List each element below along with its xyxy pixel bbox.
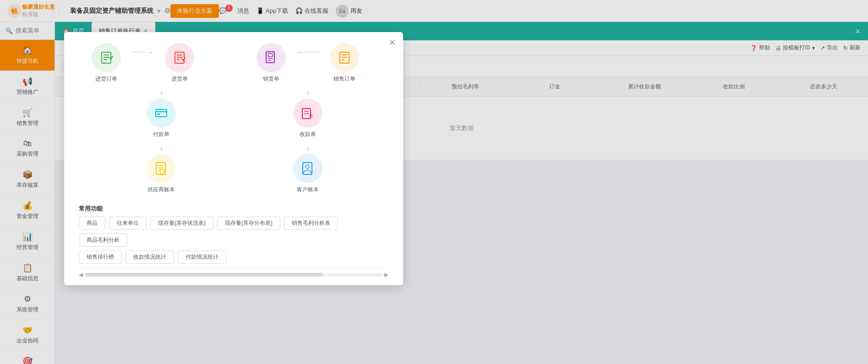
- flow-col-supplier: ↓ 供应商账本: [134, 142, 189, 194]
- svg-rect-11: [268, 54, 273, 57]
- flow-row-3: ↓ 供应商账本 ↓: [134, 142, 335, 194]
- func-buttons-row-2: 销售排行榜收款情况统计付款情况统计: [79, 250, 388, 264]
- flow-node-payment[interactable]: 付款单: [134, 98, 189, 138]
- sales-bill-circle[interactable]: [257, 43, 286, 72]
- sales-order-circle[interactable]: [330, 43, 359, 72]
- flow-node-sales-bill[interactable]: 销货单: [244, 43, 299, 83]
- customer-account-circle[interactable]: [293, 154, 322, 183]
- arrow-down-payment: ↓: [159, 88, 163, 97]
- func-button[interactable]: 销售毛利分析表: [284, 217, 338, 230]
- arrow-down-receipt: ↓: [306, 88, 310, 97]
- arrow-1-2: →: [134, 48, 152, 65]
- common-functions: 常用功能 商品往来单位现存量(库存状况表)现存量(库存分布表)销售毛利分析表商品…: [79, 205, 388, 264]
- arrow-down-supplier: ↓: [159, 144, 163, 152]
- flow-node-purchase-order[interactable]: 进货订单: [79, 43, 134, 83]
- arrow-4-3: ←: [299, 48, 317, 65]
- flow-node-sales-order[interactable]: 销售订单: [317, 43, 372, 83]
- svg-text:¥: ¥: [309, 114, 312, 118]
- flow-col-payment: ↓ 付款单: [134, 87, 189, 138]
- purchase-bill-circle[interactable]: [165, 43, 194, 72]
- svg-rect-18: [156, 109, 167, 117]
- flow-diagram: 进货订单 →: [79, 43, 388, 197]
- svg-rect-30: [160, 169, 164, 174]
- svg-rect-20: [157, 114, 160, 115]
- flow-node-supplier-account[interactable]: 供应商账本: [134, 154, 189, 194]
- flow-row-1: 进货订单 →: [79, 43, 372, 83]
- func-button[interactable]: 销售排行榜: [79, 250, 122, 264]
- scroll-track: [85, 273, 382, 277]
- func-button[interactable]: 商品: [79, 217, 105, 230]
- func-button[interactable]: 商品毛利分析: [79, 234, 127, 247]
- func-button[interactable]: 收款情况统计: [126, 250, 174, 264]
- svg-point-32: [306, 165, 309, 168]
- common-functions-title: 常用功能: [79, 205, 388, 213]
- modal-close-button[interactable]: ✕: [389, 38, 396, 48]
- flow-node-receipt[interactable]: ¥ 收款单: [280, 98, 335, 138]
- receipt-circle[interactable]: ¥: [293, 98, 322, 128]
- supplier-account-circle[interactable]: [147, 154, 176, 183]
- func-button[interactable]: 付款情况统计: [178, 250, 226, 264]
- func-buttons-row-1: 商品往来单位现存量(库存状况表)现存量(库存分布表)销售毛利分析表商品毛利分析: [79, 217, 388, 247]
- scroll-thumb: [85, 273, 323, 277]
- scroll-left-arrow[interactable]: ◀: [79, 272, 83, 278]
- func-button[interactable]: 现存量(库存状况表): [150, 217, 213, 230]
- func-button[interactable]: 现存量(库存分布表): [217, 217, 280, 230]
- flow-row-2: ↓ 付款单 ↓: [134, 87, 335, 138]
- flow-node-purchase-bill[interactable]: 进货单: [152, 43, 207, 83]
- func-button[interactable]: 往来单位: [109, 217, 147, 230]
- arrow-down-customer: ↓: [306, 144, 310, 152]
- scroll-area: ◀ ▶: [79, 267, 388, 278]
- scroll-right-arrow[interactable]: ▶: [384, 272, 388, 278]
- payment-circle[interactable]: [147, 98, 176, 128]
- flow-node-customer-account[interactable]: 客户账本: [280, 154, 335, 194]
- flow-col-customer: ↓ 客户账本: [280, 142, 335, 194]
- flow-col-receipt: ↓ ¥ 收款单: [280, 87, 335, 138]
- purchase-order-circle[interactable]: [92, 43, 121, 72]
- flow-modal: ✕ 进货订单: [64, 32, 403, 285]
